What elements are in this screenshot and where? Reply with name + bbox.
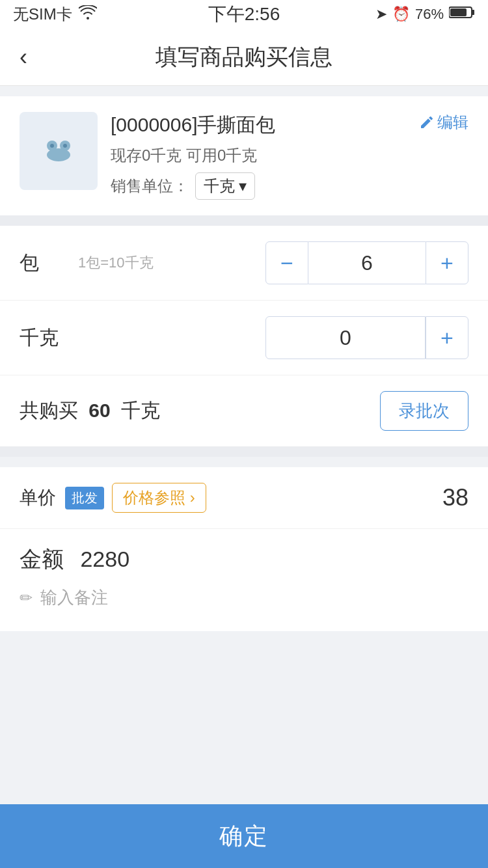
price-value: 38 [442,484,468,511]
wifi-icon [79,5,97,23]
kg-input[interactable] [265,316,426,359]
battery-text: 76% [415,6,444,23]
price-section: 单价 批发 价格参照 › 38 [0,467,488,529]
package-plus-button[interactable]: + [426,241,468,284]
package-label: 包 [20,250,72,277]
separator-2 [0,446,488,457]
record-batch-button[interactable]: 录批次 [380,391,468,431]
confirm-button[interactable]: 确定 [0,804,488,868]
purchase-label: 共购买 60 千克 [20,398,160,424]
empty-space [0,631,488,826]
status-bar: 无SIM卡 下午2:56 ➤ ⏰ 76% [0,0,488,29]
price-row: 单价 批发 价格参照 › 38 [0,467,488,529]
package-row: 包 1包=10千克 − + [0,226,488,301]
kg-row: 千克 + [0,301,488,375]
separator-1 [0,215,488,226]
remark-row[interactable]: ✏ 输入备注 [20,586,468,625]
edit-button[interactable]: 编辑 [419,112,468,133]
kg-label: 千克 [20,325,72,351]
package-minus-button[interactable]: − [265,241,308,284]
package-hint: 1包=10千克 [78,253,265,273]
unit-selector[interactable]: 千克 ▾ [195,172,255,200]
product-name: [0000006]手撕面包 [111,112,275,139]
svg-rect-1 [472,10,474,15]
status-left: 无SIM卡 [13,4,97,25]
svg-point-6 [50,144,54,148]
pencil-icon: ✏ [20,589,33,607]
price-label: 单价 [20,485,56,510]
svg-point-5 [47,148,70,161]
status-right: ➤ ⏰ 76% [375,6,475,23]
price-tag: 批发 [65,487,104,509]
product-card: [0000006]手撕面包 编辑 现存0千克 可用0千克 销售单位： 千克 ▾ [0,96,488,215]
purchase-row: 共购买 60 千克 录批次 [0,375,488,446]
status-time: 下午2:56 [208,2,280,27]
nav-bar: ‹ 填写商品购买信息 [0,29,488,86]
product-image [20,112,98,190]
product-unit: 销售单位： 千克 ▾ [111,172,468,200]
alarm-icon: ⏰ [392,6,410,23]
svg-rect-2 [450,8,467,16]
product-info: [0000006]手撕面包 编辑 现存0千克 可用0千克 销售单位： 千克 ▾ [111,112,468,200]
kg-plus-button[interactable]: + [426,316,468,359]
price-ref-button[interactable]: 价格参照 › [112,483,206,513]
back-button[interactable]: ‹ [20,44,27,71]
svg-point-7 [63,144,67,148]
amount-section: 金额 2280 ✏ 输入备注 [0,529,488,631]
carrier-text: 无SIM卡 [13,4,72,25]
product-stock: 现存0千克 可用0千克 [111,145,468,166]
remark-placeholder: 输入备注 [40,586,108,609]
page-title: 填写商品购买信息 [156,42,332,72]
amount-row: 金额 2280 [20,545,468,575]
quantity-section: 包 1包=10千克 − + 千克 + 共购买 60 千克 录批次 [0,226,488,446]
dropdown-icon: ▾ [239,177,247,195]
location-icon: ➤ [375,6,387,23]
kg-controls: + [265,316,468,359]
battery-icon [449,6,475,23]
package-controls: − + [265,241,468,284]
package-input[interactable] [308,241,426,284]
